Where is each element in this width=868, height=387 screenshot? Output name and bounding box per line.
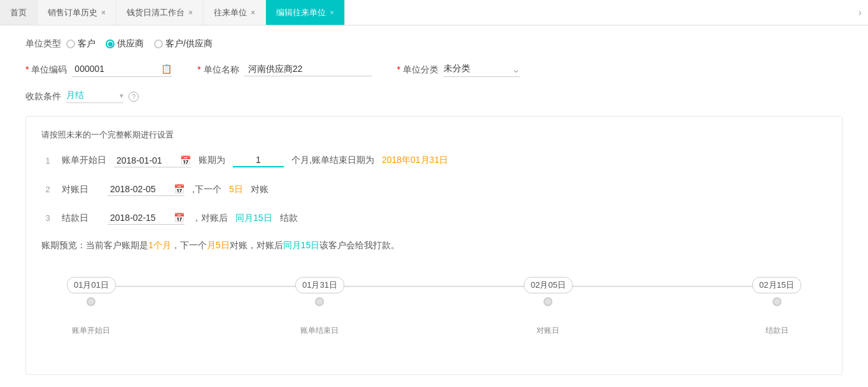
start-date-input[interactable]: [114, 154, 178, 167]
preview-part2: ，下一个: [171, 240, 207, 250]
unit-code-input[interactable]: [72, 62, 161, 75]
timeline-dot-2: [315, 297, 324, 306]
timeline-node-1: 01月01日 账单开始日: [67, 277, 116, 336]
tab-cash-work-table[interactable]: 钱货日清工作台 ×: [116, 0, 204, 25]
unit-code-group: 单位编码 📋: [25, 62, 172, 77]
help-icon[interactable]: ?: [129, 92, 139, 102]
reconcile-desc-before: ,下一个: [192, 184, 221, 195]
timeline-badge-3: 02月05日: [524, 277, 573, 293]
tab-home-label: 首页: [10, 7, 27, 18]
preview-suffix: 该客户会给我打款。: [319, 240, 400, 250]
radio-supplier-circle: [106, 39, 115, 48]
unit-name-group: 单位名称: [197, 63, 371, 76]
payment-condition-row: 收款条件 月结 ▾ ?: [25, 90, 843, 103]
preview-text: 账期预览：当前客户账期是1个月，下一个月5日对账，对账后同月15日该客户会给我打…: [41, 240, 827, 251]
period-end-date: 2018年01月31日: [382, 155, 448, 166]
row-label-2: 对账日: [62, 184, 100, 195]
tab-sales-label: 销售订单历史: [48, 7, 97, 18]
timeline: 01月01日 账单开始日 01月31日 账单结束日 02月05日 对账日: [41, 267, 827, 362]
reconcile-date-input[interactable]: [108, 183, 171, 195]
tab-home[interactable]: 首页: [0, 0, 38, 25]
tab-partner-close-icon[interactable]: ×: [251, 8, 255, 17]
row-num-2: 2: [41, 185, 54, 194]
timeline-label-1: 账单开始日: [72, 325, 110, 336]
radio-both[interactable]: 客户/供应商: [154, 38, 213, 50]
radio-both-circle: [154, 39, 163, 48]
row-num-1: 1: [41, 156, 54, 165]
radio-supplier[interactable]: 供应商: [106, 38, 144, 50]
tab-edit-partner-close-icon[interactable]: ×: [330, 8, 334, 17]
page-content: 单位类型 客户 供应商 客户/供应商 单位编码: [0, 25, 868, 387]
timeline-nodes: 01月01日 账单开始日 01月31日 账单结束日 02月05日 对账日: [67, 277, 801, 336]
period-value-input[interactable]: [233, 153, 284, 167]
tabs-scroll-right[interactable]: ›: [852, 0, 868, 25]
timeline-badge-2: 01月31日: [295, 277, 344, 293]
timeline-label-4: 结款日: [766, 325, 788, 336]
tab-cash-label: 钱货日清工作台: [127, 7, 185, 18]
row-label-3: 结款日: [62, 213, 100, 224]
unit-info-row: 单位编码 📋 单位名称 单位分类 未分类 ⌄: [25, 62, 843, 77]
radio-both-label: 客户/供应商: [165, 38, 213, 50]
unit-category-value: 未分类: [444, 63, 509, 74]
unit-name-label: 单位名称: [197, 64, 239, 76]
payment-date-input[interactable]: [108, 211, 171, 224]
unit-category-dropdown[interactable]: 未分类 ⌄: [444, 63, 520, 77]
reconcile-desc-after: 对账: [251, 184, 269, 195]
unit-category-label: 单位分类: [397, 64, 438, 76]
period-desc-after: 个月,账单结束日期为: [291, 155, 374, 166]
unit-code-label: 单位编码: [25, 64, 67, 76]
preview-reconcile-day: 月5日: [207, 240, 230, 250]
tab-edit-partner[interactable]: 编辑往来单位 ×: [266, 0, 345, 25]
payment-date-calendar-icon[interactable]: 📅: [174, 213, 185, 223]
payment-condition-arrow-icon: ▾: [120, 92, 123, 100]
preview-payment-day: 同月15日: [283, 240, 320, 250]
tab-edit-partner-label: 编辑往来单位: [276, 7, 326, 18]
panel-title: 请按照未来的一个完整帐期进行设置: [41, 129, 827, 141]
payment-date-input-wrap: 📅: [108, 211, 185, 225]
row-label-1: 账单开始日: [62, 155, 106, 166]
period-desc-before: 账期为: [199, 155, 225, 166]
timeline-node-2: 01月31日 账单结束日: [295, 277, 344, 336]
payment-condition-value: 月结: [66, 90, 117, 101]
unit-type-label: 单位类型: [25, 38, 61, 50]
timeline-badge-1: 01月01日: [67, 277, 116, 293]
row-num-3: 3: [41, 213, 54, 223]
reconcile-highlight: 5日: [229, 184, 243, 195]
tabs-bar: 首页 销售订单历史 × 钱货日清工作台 × 往来单位 × 编辑往来单位 × ›: [0, 0, 868, 25]
unit-category-arrow-icon: ⌄: [512, 63, 520, 75]
preview-prefix: 账期预览：当前客户账期是: [41, 240, 148, 250]
settings-panel: 请按照未来的一个完整帐期进行设置 1 账单开始日 📅 账期为 个月,账单结束日期…: [25, 116, 843, 375]
tab-partner-list[interactable]: 往来单位 ×: [204, 0, 266, 25]
payment-highlight: 同月15日: [235, 213, 272, 224]
payment-condition-select[interactable]: 月结 ▾: [66, 90, 123, 103]
unit-type-row: 单位类型 客户 供应商 客户/供应商: [25, 38, 843, 50]
start-date-calendar-icon[interactable]: 📅: [180, 155, 191, 165]
config-row-1: 1 账单开始日 📅 账期为 个月,账单结束日期为 2018年01月31日: [41, 153, 827, 167]
payment-condition-group: 收款条件 月结 ▾ ?: [25, 90, 139, 103]
timeline-label-2: 账单结束日: [300, 325, 339, 336]
timeline-label-3: 对账日: [536, 325, 559, 336]
reconcile-date-calendar-icon[interactable]: 📅: [174, 184, 185, 194]
tab-sales-close-icon[interactable]: ×: [101, 8, 106, 17]
start-date-input-wrap: 📅: [114, 154, 191, 167]
timeline-badge-4: 02月15日: [752, 277, 801, 293]
payment-desc-after: 结款: [280, 213, 298, 224]
payment-condition-label: 收款条件: [25, 91, 61, 102]
radio-customer-circle: [66, 39, 75, 48]
radio-customer-label: 客户: [78, 38, 95, 50]
radio-customer[interactable]: 客户: [66, 38, 95, 50]
preview-part3: 对账，对账后: [230, 240, 283, 250]
tab-cash-close-icon[interactable]: ×: [188, 8, 193, 17]
unit-name-input[interactable]: [244, 63, 372, 76]
preview-section: 账期预览：当前客户账期是1个月，下一个月5日对账，对账后同月15日该客户会给我打…: [41, 240, 827, 362]
payment-desc-before: ，对账后: [192, 213, 228, 224]
reconcile-date-input-wrap: 📅: [108, 183, 185, 196]
unit-code-input-wrap: 📋: [72, 62, 172, 77]
tab-sales-order-history[interactable]: 销售订单历史 ×: [38, 0, 116, 25]
config-row-2: 2 对账日 📅 ,下一个 5日 对账: [41, 183, 827, 196]
timeline-node-3: 02月05日 对账日: [524, 277, 573, 336]
timeline-dot-4: [773, 297, 781, 306]
config-row-3: 3 结款日 📅 ，对账后 同月15日 结款: [41, 211, 827, 225]
unit-type-group: 单位类型 客户 供应商 客户/供应商: [25, 38, 213, 50]
unit-code-copy-icon[interactable]: 📋: [161, 64, 172, 74]
